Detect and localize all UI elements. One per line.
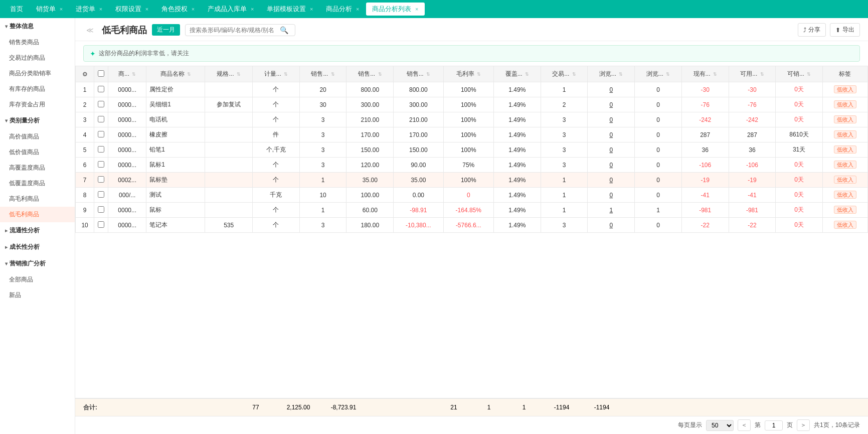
row-name[interactable]: 铅笔1 [146, 142, 205, 158]
sidebar-group-circulation[interactable]: ▸ 流通性分析 [0, 222, 75, 239]
col-sales-qty[interactable]: 销售... ⇅ [299, 66, 346, 82]
nav-item-analysis-list[interactable]: 商品分析列表 × [366, 3, 424, 16]
close-icon[interactable]: × [145, 6, 148, 12]
col-coverage[interactable]: 覆盖... ⇅ [493, 66, 541, 82]
page-number-input[interactable] [765, 420, 783, 430]
close-icon[interactable]: × [415, 6, 418, 12]
row-checkbox[interactable] [94, 127, 108, 142]
sidebar-group-growth[interactable]: ▸ 成长性分析 [0, 239, 75, 255]
close-icon[interactable]: × [60, 6, 63, 12]
nav-item-permissions[interactable]: 权限设置 × [109, 3, 154, 16]
col-unit[interactable]: 计量... ⇅ [253, 66, 300, 82]
sidebar-item-high-value[interactable]: 高价值商品 [0, 129, 75, 144]
row-checkbox[interactable] [94, 142, 108, 158]
search-input[interactable] [190, 27, 280, 34]
row-checkbox[interactable] [94, 188, 108, 203]
col-sales-price[interactable]: 销售... ⇅ [346, 66, 394, 82]
row-views1[interactable]: 0 [588, 97, 635, 112]
close-icon[interactable]: × [310, 6, 313, 12]
row-checkbox[interactable] [94, 112, 108, 127]
col-sellable-days[interactable]: 可销... ⇅ [776, 66, 823, 82]
export-button[interactable]: ⬆ 导出 [830, 23, 860, 37]
sidebar-group-overall[interactable]: ▾ 整体信息 [0, 18, 75, 35]
col-views1[interactable]: 浏览... ⇅ [588, 66, 635, 82]
nav-item-home[interactable]: 首页 [4, 3, 29, 16]
nav-item-templates[interactable]: 单据模板设置 × [261, 3, 319, 16]
table-container[interactable]: ⚙ 商... ⇅ 商品名称 ⇅ 规格... ⇅ 计量... ⇅ 销售... ⇅ … [75, 66, 868, 398]
sidebar-item-sales-products[interactable]: 销售类商品 [0, 35, 75, 50]
col-views2[interactable]: 浏览... ⇅ [635, 66, 682, 82]
sidebar-item-in-stock[interactable]: 有库存的商品 [0, 81, 75, 97]
nav-item-roles[interactable]: 角色授权 × [155, 3, 201, 16]
col-code[interactable]: 商... ⇅ [108, 66, 146, 82]
col-sales-profit[interactable]: 销售... ⇅ [394, 66, 443, 82]
sidebar-item-high-coverage[interactable]: 高覆盖度商品 [0, 160, 75, 176]
nav-item-purchase[interactable]: 进货单 × [70, 3, 108, 16]
col-spec[interactable]: 规格... ⇅ [205, 66, 253, 82]
share-button[interactable]: ⤴ 分享 [798, 23, 826, 37]
nav-item-sales[interactable]: 销货单 × [30, 3, 69, 16]
close-icon[interactable]: × [192, 6, 195, 12]
row-name[interactable]: 属性定价 [146, 82, 205, 97]
row-views1[interactable]: 0 [588, 142, 635, 158]
row-views1[interactable]: 0 [588, 158, 635, 173]
sidebar-item-all-products[interactable]: 全部商品 [0, 272, 75, 287]
col-current-stock[interactable]: 现有... ⇅ [681, 66, 729, 82]
row-select-checkbox[interactable] [98, 146, 104, 153]
sidebar-item-low-value[interactable]: 低价值商品 [0, 144, 75, 160]
row-views1[interactable]: 1 [588, 203, 635, 218]
close-icon[interactable]: × [251, 6, 254, 12]
row-select-checkbox[interactable] [98, 116, 104, 122]
sidebar-item-traded-products[interactable]: 交易过的商品 [0, 50, 75, 66]
close-icon[interactable]: × [356, 6, 359, 12]
page-size-select[interactable]: 50 100 200 [706, 420, 734, 431]
row-name[interactable]: 橡皮擦 [146, 127, 205, 142]
row-views1[interactable]: 0 [588, 112, 635, 127]
row-select-checkbox[interactable] [98, 131, 104, 137]
row-name[interactable]: 笔记本 [146, 218, 205, 233]
col-name[interactable]: 商品名称 ⇅ [146, 66, 205, 82]
row-name[interactable]: 鼠标垫 [146, 173, 205, 188]
nav-item-products[interactable]: 产成品入库单 × [202, 3, 260, 16]
search-icon[interactable]: 🔍 [280, 26, 288, 34]
row-checkbox[interactable] [94, 82, 108, 97]
row-views1[interactable]: 0 [588, 188, 635, 203]
col-gross-margin[interactable]: 毛利率 ⇅ [443, 66, 493, 82]
row-checkbox[interactable] [94, 158, 108, 173]
nav-item-analysis[interactable]: 商品分析 × [320, 3, 365, 16]
prev-page-button[interactable]: ＜ [738, 419, 751, 431]
row-name[interactable]: 吴细细1 [146, 97, 205, 112]
row-views1[interactable]: 0 [588, 82, 635, 97]
col-settings[interactable]: ⚙ [76, 66, 94, 82]
sidebar-group-category[interactable]: ▾ 类别量分析 [0, 112, 75, 129]
row-select-checkbox[interactable] [98, 176, 104, 183]
row-name[interactable]: 电话机 [146, 112, 205, 127]
sidebar-item-high-margin[interactable]: 高毛利商品 [0, 191, 75, 207]
row-name[interactable]: 鼠标 [146, 203, 205, 218]
row-select-checkbox[interactable] [98, 206, 104, 213]
sidebar-group-marketing[interactable]: ▾ 营销推广分析 [0, 255, 75, 272]
select-all-checkbox[interactable] [98, 70, 104, 77]
row-checkbox[interactable] [94, 203, 108, 218]
row-checkbox[interactable] [94, 97, 108, 112]
time-filter-button[interactable]: 近一月 [152, 24, 180, 36]
sidebar-item-new-products[interactable]: 新品 [0, 287, 75, 303]
row-checkbox[interactable] [94, 218, 108, 233]
col-checkbox[interactable] [94, 66, 108, 82]
sidebar-item-category-rate[interactable]: 商品分类助销率 [0, 66, 75, 81]
col-transactions[interactable]: 交易... ⇅ [541, 66, 588, 82]
next-page-button[interactable]: ＞ [797, 419, 810, 431]
sidebar-collapse-btn[interactable]: ≪ [83, 26, 97, 34]
col-available-stock[interactable]: 可用... ⇅ [729, 66, 776, 82]
sidebar-item-low-coverage[interactable]: 低覆盖度商品 [0, 176, 75, 191]
row-select-checkbox[interactable] [98, 191, 104, 198]
row-checkbox[interactable] [94, 173, 108, 188]
sidebar-item-low-margin[interactable]: 低毛利商品 [0, 207, 75, 222]
row-name[interactable]: 测试 [146, 188, 205, 203]
row-name[interactable]: 鼠标1 [146, 158, 205, 173]
row-views1[interactable]: 0 [588, 173, 635, 188]
row-select-checkbox[interactable] [98, 221, 104, 228]
row-views1[interactable]: 0 [588, 218, 635, 233]
sidebar-item-stock-capital[interactable]: 库存资金占用 [0, 97, 75, 112]
row-select-checkbox[interactable] [98, 101, 104, 107]
